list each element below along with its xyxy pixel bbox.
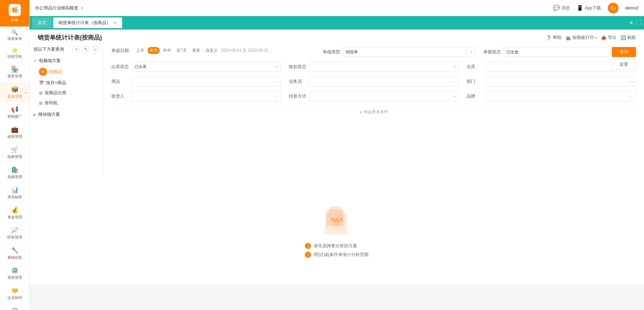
scheme-by-month-product-label: 按月+商品: [46, 80, 66, 86]
scheme-collapse-button[interactable]: «: [92, 46, 99, 53]
sidebar-item-sales[interactable]: 💼 销售管理: [0, 122, 29, 143]
user-name[interactable]: demo2: [625, 5, 639, 10]
ecommerce-icon: 🛒: [11, 146, 18, 153]
export-label: 导出: [608, 35, 616, 41]
settings-button[interactable]: 设置: [612, 59, 636, 70]
date-this-month-btn[interactable]: 本月: [148, 47, 160, 54]
scheme-item-by-month-product[interactable]: 📅 按月+商品: [30, 78, 103, 88]
message-icon: 💬: [553, 5, 560, 11]
sidebar-item-wholesale[interactable]: 📦 批发管理: [0, 82, 29, 102]
user-avatar[interactable]: Ea: [608, 3, 619, 13]
filter-row-2: 出库状态 已出库 ▾ 收款状态 ▾ 仓库: [111, 62, 636, 72]
brand-input[interactable]: ···: [486, 91, 636, 101]
filter-out-status-field: 出库状态 已出库 ▾: [111, 62, 281, 72]
app-download-label: App下载: [585, 5, 601, 11]
doc-type-value: 销货单: [346, 49, 358, 55]
topbar-dropdown-icon[interactable]: ▾: [81, 6, 83, 10]
scheme-section-desktop-header[interactable]: ▼ 电脑端方案: [30, 56, 103, 66]
filter-row-1: 单据日期 上月 本月 本年 近7天 更多 自定义 2023-03-01 至 20…: [111, 47, 636, 57]
sidebar-item-retail[interactable]: 🏪 零售管理: [0, 62, 29, 82]
query-button[interactable]: 查询: [612, 47, 636, 57]
tab-close-icon[interactable]: ✕: [113, 20, 117, 25]
purchase-icon: 🛍️: [11, 166, 18, 173]
date-label: 单据日期: [111, 48, 129, 54]
search-icon: 🔍: [11, 29, 18, 36]
sidebar-item-purchase[interactable]: 🛍️ 采购管理: [0, 163, 29, 183]
scheme-edit-button[interactable]: ✎: [82, 46, 90, 53]
refresh-label: 刷新: [627, 35, 636, 41]
filter-row-4: 收货人 ··· 结算方式 ▾ 品牌: [111, 91, 636, 101]
sidebar-item-guide[interactable]: 📋 新手引导: [0, 304, 29, 310]
date-last-month-btn[interactable]: 上月: [134, 47, 146, 54]
department-input[interactable]: ▾: [486, 76, 636, 87]
product-input[interactable]: ···: [131, 76, 281, 87]
date-quick-options: 上月 本月 本年 近7天 更多 自定义: [134, 47, 220, 54]
department-label: 部门: [467, 79, 483, 85]
date-this-year-btn[interactable]: 本年: [161, 47, 173, 54]
sidebar-item-inventory[interactable]: 📊 库存核算: [0, 183, 29, 203]
logo-icon: 畅: [9, 4, 21, 16]
recv-status-input[interactable]: ▾: [309, 62, 458, 72]
sidebar-logo[interactable]: 畅 标板: [0, 0, 29, 27]
date-more-btn[interactable]: 更多: [190, 47, 202, 54]
tabbar-actions: ✕ ⛶: [629, 20, 641, 26]
payment-label: 结算方式: [289, 93, 306, 99]
template-print-button[interactable]: 🖨️ 按模板打印 ▾: [566, 35, 597, 41]
help-icon: ❓: [546, 35, 551, 40]
svg-rect-6: [339, 218, 343, 221]
scheme-item-by-driver[interactable]: ▦ 按司机: [30, 98, 103, 108]
print-dropdown-icon: ▾: [595, 36, 597, 40]
payment-input[interactable]: ▾: [309, 91, 458, 101]
wholesale-label: 批发管理: [7, 94, 22, 99]
guide-icon: 📋: [11, 307, 18, 310]
sidebar-item-operations[interactable]: 📈 经营管理: [0, 223, 29, 243]
sidebar-item-corp[interactable]: 🤝 企业协同: [0, 283, 29, 304]
scheme-add-button[interactable]: +: [73, 46, 80, 53]
product-label: 商品: [111, 79, 128, 85]
logo-subtitle: 标板: [11, 17, 18, 22]
scheme-item-by-category[interactable]: ▦ 按商品分类: [30, 88, 103, 98]
marketing-label: 营销推广: [7, 114, 22, 119]
sidebar-item-basic[interactable]: 🔧 基础信息: [0, 243, 29, 263]
refresh-button[interactable]: 🔄 刷新: [621, 35, 636, 41]
date-last-7days-btn[interactable]: 近7天: [174, 47, 189, 54]
calendar-icon: 📅: [39, 81, 44, 85]
out-status-input[interactable]: 已出库 ▾: [131, 62, 281, 72]
message-button[interactable]: 💬 消息: [553, 5, 570, 11]
page-header: 销货单统计计表(按商品) ❓ 帮助 🖨️ 按模板打印 ▾ 📤 导出 🔄 刷: [30, 30, 644, 42]
sidebar-item-ecommerce[interactable]: 🛒 电商管理: [0, 143, 29, 163]
scheme-by-driver-label: 按司机: [45, 100, 58, 106]
tab-maximize-icon[interactable]: ⛶: [636, 20, 641, 26]
salesperson-input[interactable]: ···: [308, 76, 458, 87]
scheme-section-mobile-header[interactable]: ▶ 移动端方案: [30, 109, 103, 119]
basic-icon: 🔧: [11, 247, 18, 254]
help-button[interactable]: ❓ 帮助: [546, 35, 561, 41]
sidebar-item-marketing[interactable]: 📢 营销推广: [0, 102, 29, 122]
app-download-button[interactable]: 📱 App下载: [577, 5, 601, 11]
collapse-button[interactable]: ∧ 收起更多条件: [360, 109, 388, 115]
date-custom-btn[interactable]: 自定义: [204, 47, 220, 54]
export-button[interactable]: 📤 导出: [601, 35, 616, 41]
empty-tips: 1 请先选择要分析的方案 2 用[过滤]条件来缩小分析范围: [305, 243, 368, 258]
inventory-icon: 📊: [11, 186, 18, 194]
recipient-more-icon: ···: [274, 94, 278, 99]
main-area: 办公用品行业模拟账套 ▾ 💬 消息 📱 App下载 Ea demo2 首页 销货…: [30, 0, 644, 310]
scheme-item-by-product[interactable]: 按 按商品: [30, 66, 103, 78]
tab-home[interactable]: 首页: [32, 17, 52, 28]
sidebar-search[interactable]: 🔍 搜索菜单: [0, 27, 29, 44]
tip-text-2: 用[过滤]条件来缩小分析范围: [314, 252, 368, 258]
sidebar-item-system[interactable]: ⚙️ 系统管理: [0, 263, 29, 283]
tab-close-window-icon[interactable]: ✕: [629, 20, 633, 26]
scheme-section-desktop: ▼ 电脑端方案 按 按商品 📅 按月+商品 ▦ 按商品分类: [30, 56, 103, 108]
sidebar: 畅 标板 🔍 搜索菜单 ⭐ 快捷导航 🏪 零售管理 📦 批发管理 📢 营销推广 …: [0, 0, 30, 310]
sidebar-item-finance[interactable]: 💰 资金管理: [0, 203, 29, 223]
tab-sales-stats[interactable]: 销货单统计计表（按商品） ✕: [53, 17, 122, 28]
section-mobile-label: 移动端方案: [38, 111, 60, 117]
filter-department-field: 部门 ▾: [467, 76, 636, 87]
out-status-label: 出库状态: [111, 64, 129, 70]
action-buttons: 查询 设置: [612, 47, 636, 70]
sidebar-quick-nav[interactable]: ⭐ 快捷导航: [0, 44, 29, 62]
operations-label: 经营管理: [7, 235, 22, 240]
doc-type-input[interactable]: 销货单 ▾: [343, 47, 475, 57]
recipient-input[interactable]: ···: [131, 91, 281, 101]
